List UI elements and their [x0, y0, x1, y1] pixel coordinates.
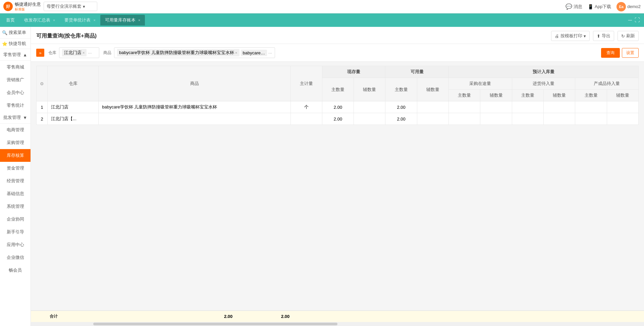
export-btn[interactable]: ⬆ 导出 — [593, 31, 614, 41]
th-inbound-aux: 辅数量 — [544, 90, 575, 101]
chevron-up-icon: ▲ — [23, 52, 27, 57]
sidebar-item-ops-mgmt[interactable]: 经营管理 — [0, 175, 31, 187]
cell-unit — [290, 113, 322, 125]
sidebar-item-enterprise-wechat[interactable]: 企业微信 — [0, 251, 31, 264]
sidebar: 🔍 搜索菜单 ⭐ 快捷导航 零售管理 ▲ 零售商城 营销推广 会员中心 零售统计… — [0, 27, 31, 326]
cell-purchase-aux — [480, 113, 512, 125]
table-container: ⚙ 仓库 商品 主计量 现存量 可用量 预计入库量 主数量 辅数量 主数量 辅数… — [31, 62, 644, 310]
chevron-down-icon: ▾ — [584, 34, 586, 39]
setting-button[interactable]: 设置 — [622, 48, 639, 58]
industry-selector[interactable]: 母婴行业演示账套 ▾ — [44, 2, 97, 11]
print-btn[interactable]: 🖨 按模板打印 ▾ — [551, 31, 590, 41]
th-prod-main: 主数量 — [575, 90, 607, 101]
cell-warehouse: 江北门店 — [48, 101, 99, 113]
query-button[interactable]: 查询 — [601, 48, 620, 58]
th-avail-aux: 辅数量 — [417, 78, 448, 101]
sidebar-item-inventory-check[interactable]: 库存核算 — [0, 149, 31, 162]
footer-stock-main: 2.00 — [224, 314, 254, 319]
maximize-icon[interactable]: ⛶ — [635, 17, 640, 23]
filter-btn-group: 查询 设置 — [601, 48, 639, 58]
main-layout: 🔍 搜索菜单 ⭐ 快捷导航 零售管理 ▲ 零售商城 营销推广 会员中心 零售统计… — [0, 27, 644, 326]
sidebar-item-retail-mall[interactable]: 零售商城 — [0, 61, 31, 74]
message-action[interactable]: 💬 消息 — [566, 3, 582, 10]
refresh-icon: ↻ — [621, 34, 625, 39]
app-icon: 📱 — [588, 4, 593, 9]
th-warehouse: 仓库 — [48, 66, 99, 101]
tab-demand-stats[interactable]: 要货单统计表 × — [60, 15, 100, 26]
sidebar-item-new-guide[interactable]: 新手引导 — [0, 226, 31, 238]
warehouse-filter-input[interactable]: 江北门店 × ··· — [59, 47, 99, 58]
cell-product — [99, 113, 290, 125]
sidebar-item-retail-mgmt[interactable]: 零售管理 ▲ — [0, 49, 31, 61]
settings-icon[interactable]: ⚙ — [40, 81, 44, 86]
cell-prod-main — [575, 113, 607, 125]
sidebar-item-finance-mgmt[interactable]: 资金管理 — [0, 162, 31, 175]
th-available-group: 可用量 — [385, 66, 449, 78]
th-stock-aux: 辅数量 — [354, 78, 385, 101]
filter-bar: » 仓库 江北门店 × ··· 商品 babycare学饮杯 儿童防摔防撞吸管杯… — [31, 44, 644, 62]
table-footer: 合计 2.00 2.00 — [31, 310, 644, 322]
th-planned-group: 预计入库量 — [449, 66, 639, 78]
close-tab-receive-summary[interactable]: × — [53, 18, 55, 22]
product-label: 商品 — [103, 50, 111, 56]
sidebar-quick-nav[interactable]: ⭐ 快捷导航 — [0, 39, 31, 49]
close-tab-available-stock[interactable]: × — [138, 18, 140, 22]
remove-warehouse-tag[interactable]: × — [83, 51, 85, 55]
cell-stock-aux — [354, 113, 385, 125]
star-icon: ⭐ — [2, 41, 7, 46]
cell-no: 1 — [37, 101, 48, 113]
sidebar-item-basic-info[interactable]: 基础信息 — [0, 187, 31, 200]
tab-home[interactable]: 首页 — [1, 15, 19, 26]
sidebar-item-wholesale-mgmt[interactable]: 批发管理 ▼ — [0, 112, 31, 124]
scroll-bar[interactable] — [31, 322, 644, 326]
warehouse-more[interactable]: ··· — [88, 50, 92, 55]
cell-no: 2 — [37, 113, 48, 125]
cell-purchase-main — [449, 101, 480, 113]
remove-product-tag-1[interactable]: × — [235, 51, 237, 55]
product-more[interactable]: ··· — [268, 50, 272, 55]
page-header: 可用量查询(按仓库+商品) 🖨 按模板打印 ▾ ⬆ 导出 ↻ 刷新 — [31, 27, 644, 44]
th-purchase-main: 主数量 — [449, 90, 480, 101]
sidebar-item-enterprise-collab[interactable]: 企业协同 — [0, 213, 31, 226]
chevron-down-icon: ▾ — [83, 4, 85, 9]
sidebar-item-app-center[interactable]: 应用中心 — [0, 238, 31, 251]
cell-purchase-aux — [480, 101, 512, 113]
cell-prod-aux — [607, 101, 638, 113]
app-download-action[interactable]: 📱 App下载 — [588, 4, 611, 10]
sidebar-item-member-center[interactable]: 会员中心 — [0, 86, 31, 99]
footer-avail-main: 2.00 — [281, 314, 311, 319]
th-settings[interactable]: ⚙ — [37, 66, 48, 101]
close-tab-demand-stats[interactable]: × — [93, 18, 95, 22]
table-row: 2 江北门店【... 2.00 2.00 — [37, 113, 639, 125]
minimize-icon[interactable]: ─ — [628, 17, 632, 23]
cell-product: babycare学饮杯 儿童防摔防撞吸管杯重力球吸嘴杯宝宝水杯 — [99, 101, 290, 113]
scroll-thumb[interactable] — [93, 323, 337, 325]
sidebar-item-retail-stats[interactable]: 零售统计 — [0, 99, 31, 112]
filter-toggle[interactable]: » — [36, 49, 44, 57]
page-actions: 🖨 按模板打印 ▾ ⬆ 导出 ↻ 刷新 — [551, 31, 639, 41]
logo-text: 畅捷通好生意 标准版 — [15, 2, 41, 12]
sidebar-item-system-mgmt[interactable]: 系统管理 — [0, 200, 31, 213]
product-filter-input[interactable]: babycare学饮杯 儿童防摔防撞吸管杯重力球吸嘴杯宝宝水杯 × babyca… — [114, 47, 275, 58]
sidebar-item-vip-member[interactable]: 畅会员 — [0, 264, 31, 277]
th-production-group: 产成品待入量 — [575, 78, 639, 90]
th-purchase-group: 采购在途量 — [449, 78, 512, 90]
cell-warehouse: 江北门店【... — [48, 113, 99, 125]
tab-available-stock[interactable]: 可用量库存账本 × — [100, 15, 145, 26]
sidebar-item-marketing[interactable]: 营销推广 — [0, 74, 31, 86]
refresh-btn[interactable]: ↻ 刷新 — [618, 31, 639, 41]
th-avail-main: 主数量 — [385, 78, 417, 101]
cell-inbound-main — [512, 113, 543, 125]
th-inbound-main: 主数量 — [512, 90, 543, 101]
cell-inbound-main — [512, 101, 543, 113]
cell-inbound-aux — [544, 113, 575, 125]
user-profile[interactable]: Ea demo2 — [616, 2, 641, 11]
page-title: 可用量查询(按仓库+商品) — [36, 33, 97, 40]
cell-avail-aux — [417, 101, 448, 113]
table-row: 1 江北门店 babycare学饮杯 儿童防摔防撞吸管杯重力球吸嘴杯宝宝水杯 个… — [37, 101, 639, 113]
tab-receive-summary[interactable]: 收发存汇总表 × — [19, 15, 60, 26]
sidebar-item-ecommerce[interactable]: 电商管理 — [0, 124, 31, 136]
sidebar-search[interactable]: 🔍 搜索菜单 — [0, 27, 31, 39]
sidebar-item-purchase-mgmt[interactable]: 采购管理 — [0, 136, 31, 149]
th-inbound-group: 进货待入量 — [512, 78, 575, 90]
